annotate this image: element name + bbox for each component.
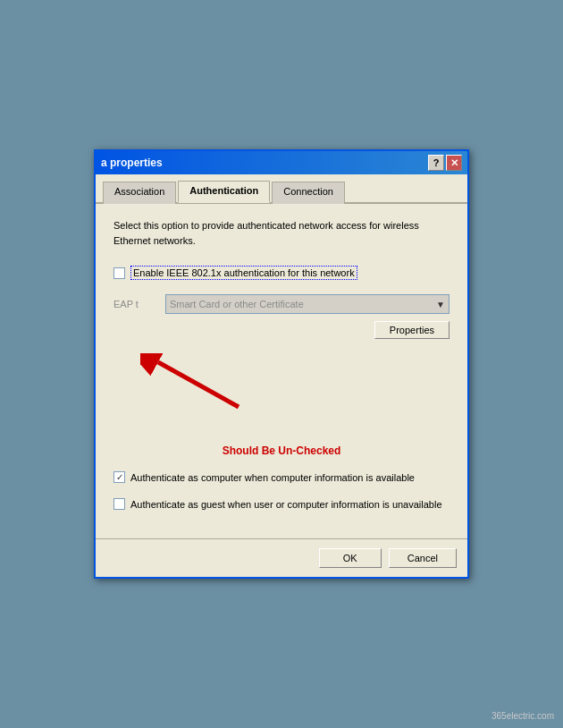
annotation-container: Should Be Un-Checked xyxy=(113,353,450,457)
help-button[interactable]: ? xyxy=(428,155,444,171)
close-button[interactable]: ✕ xyxy=(446,155,462,171)
auth-guest-checkbox[interactable] xyxy=(113,498,125,510)
properties-row: Properties xyxy=(113,321,450,339)
dialog-footer: OK Cancel xyxy=(96,538,467,577)
tab-content: Select this option to provide authentica… xyxy=(96,204,467,538)
tab-connection[interactable]: Connection xyxy=(272,182,345,204)
tab-bar: Association Authentication Connection xyxy=(96,174,467,204)
auth-computer-checkbox[interactable] xyxy=(113,471,125,483)
dropdown-arrow-icon: ▼ xyxy=(436,300,445,309)
ieee-checkbox[interactable] xyxy=(113,267,125,279)
auth-guest-row: Authenticate as guest when user or compu… xyxy=(113,498,450,512)
ieee-checkbox-label: Enable IEEE 802.1x authentication for th… xyxy=(130,266,357,280)
cancel-button[interactable]: Cancel xyxy=(389,548,457,568)
tab-authentication[interactable]: Authentication xyxy=(178,181,270,203)
title-bar: a properties ? ✕ xyxy=(96,151,467,174)
eap-dropdown-value: Smart Card or other Certificate xyxy=(170,299,304,309)
window-title: a properties xyxy=(101,157,163,169)
svg-line-1 xyxy=(158,362,239,407)
ok-button[interactable]: OK xyxy=(319,548,382,568)
annotation-text: Should Be Un-Checked xyxy=(113,444,450,457)
watermark: 365electric.com xyxy=(492,711,554,721)
dialog-window: a properties ? ✕ Association Authenticat… xyxy=(94,149,469,579)
title-bar-buttons: ? ✕ xyxy=(428,155,462,171)
properties-button[interactable]: Properties xyxy=(374,321,450,339)
tab-association[interactable]: Association xyxy=(103,182,176,204)
eap-row: EAP t Smart Card or other Certificate ▼ xyxy=(113,294,450,314)
auth-computer-row: Authenticate as computer when computer i… xyxy=(113,471,450,485)
ieee-checkbox-row: Enable IEEE 802.1x authentication for th… xyxy=(113,266,450,280)
eap-label: EAP t xyxy=(113,299,158,309)
red-arrow-icon xyxy=(140,353,248,416)
auth-computer-label: Authenticate as computer when computer i… xyxy=(130,471,415,485)
eap-dropdown[interactable]: Smart Card or other Certificate ▼ xyxy=(165,294,450,314)
description-text: Select this option to provide authentica… xyxy=(113,218,450,248)
auth-guest-label: Authenticate as guest when user or compu… xyxy=(130,498,442,512)
